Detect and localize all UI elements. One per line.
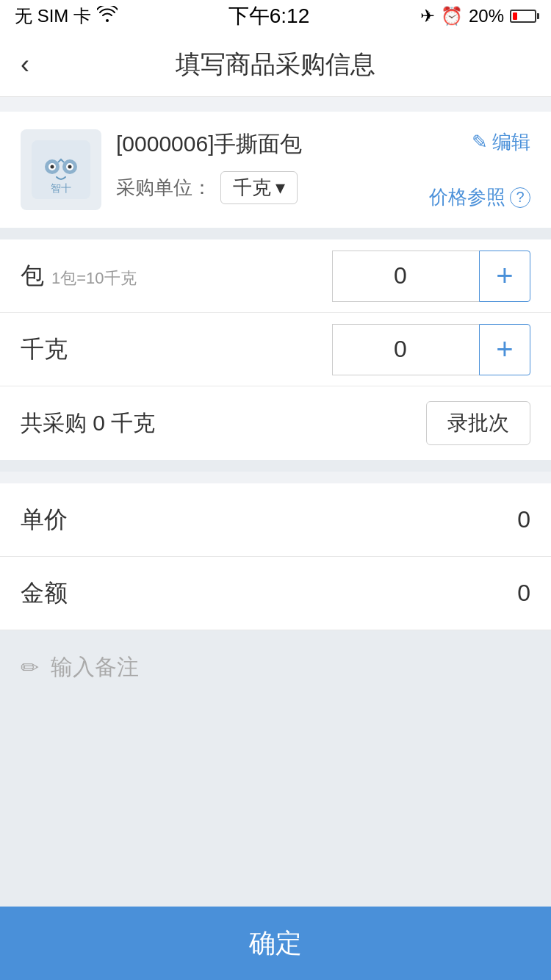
bao-label: 包 1包=10千克: [21, 260, 137, 292]
input-section: 包 1包=10千克 + 千克 +: [0, 239, 551, 386]
page-title: 填写商品采购信息: [176, 48, 375, 82]
edit-label: 编辑: [492, 129, 530, 155]
amount-row: 金额 0: [0, 557, 551, 630]
section-divider-2: [0, 460, 551, 472]
wifi-icon: [97, 6, 118, 26]
svg-point-6: [68, 165, 72, 169]
bao-input-group: +: [332, 251, 530, 302]
kg-plus-button[interactable]: +: [479, 324, 530, 375]
status-bar-left: 无 SIM 卡: [15, 4, 118, 28]
notes-section[interactable]: ✏ 输入备注: [0, 630, 551, 704]
price-section: 单价 0 金额 0: [0, 483, 551, 630]
edit-button[interactable]: ✎ 编辑: [472, 129, 530, 155]
battery-percent: 20%: [469, 6, 504, 26]
empty-area: [0, 704, 551, 924]
nav-bar: ‹ 填写商品采购信息: [0, 32, 551, 97]
unit-price-value: 0: [517, 506, 530, 533]
kg-label: 千克: [21, 334, 68, 366]
summary-row: 共采购 0 千克 录批次: [0, 386, 551, 460]
section-divider-1: [0, 228, 551, 239]
kg-input-row: 千克 +: [0, 313, 551, 386]
bao-input-row: 包 1包=10千克 +: [0, 239, 551, 313]
edit-icon: ✎: [472, 131, 488, 154]
record-batch-button[interactable]: 录批次: [426, 401, 530, 445]
svg-point-5: [51, 165, 54, 169]
location-icon: ✈: [420, 6, 435, 26]
unit-label: 采购单位：: [116, 175, 212, 201]
bao-sublabel: 1包=10千克: [51, 267, 137, 289]
kg-input-group: +: [332, 324, 530, 375]
unit-price-label: 单价: [21, 504, 68, 536]
status-bar: 无 SIM 卡 下午6:12 ✈ ⏰ 20%: [0, 0, 551, 32]
pencil-icon: ✏: [21, 655, 39, 680]
total-summary-text: 共采购 0 千克: [21, 408, 155, 439]
notes-placeholder: 输入备注: [51, 652, 139, 682]
amount-value: 0: [517, 580, 530, 607]
no-sim-label: 无 SIM 卡: [15, 4, 91, 28]
dropdown-arrow-icon: ▾: [276, 176, 285, 199]
unit-price-row: 单价 0: [0, 483, 551, 557]
unit-dropdown[interactable]: 千克 ▾: [220, 171, 298, 204]
kg-input[interactable]: [332, 324, 479, 375]
bao-plus-button[interactable]: +: [479, 251, 530, 302]
product-card: 智十 [0000006]手撕面包 采购单位： 千克 ▾ ✎ 编辑 价格参照 ?: [0, 112, 551, 228]
back-button[interactable]: ‹: [21, 49, 29, 80]
total-value: 0: [93, 411, 105, 435]
product-name: [0000006]手撕面包: [116, 129, 530, 159]
unit-value: 千克: [233, 175, 271, 201]
bao-input[interactable]: [332, 251, 479, 302]
help-icon: ?: [510, 187, 530, 208]
price-reference-button[interactable]: 价格参照 ?: [429, 184, 530, 210]
confirm-button[interactable]: 确定: [0, 907, 551, 980]
status-bar-right: ✈ ⏰ 20%: [420, 6, 536, 26]
product-image: 智十: [21, 129, 101, 210]
status-bar-time: 下午6:12: [228, 2, 310, 30]
alarm-icon: ⏰: [441, 6, 463, 26]
battery-icon: [510, 10, 536, 23]
svg-text:智十: 智十: [51, 182, 71, 194]
price-ref-label: 价格参照: [429, 184, 505, 210]
amount-label: 金额: [21, 577, 68, 610]
